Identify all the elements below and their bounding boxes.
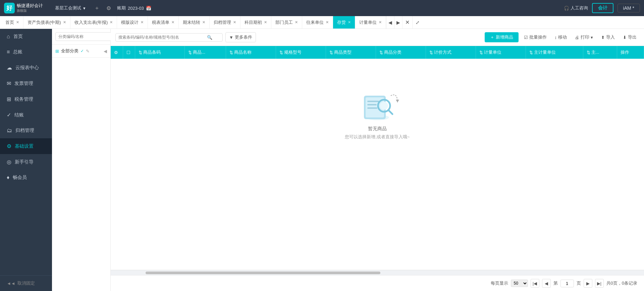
sidebar-item-invoice[interactable]: ✉ 发票管理 [0, 76, 52, 91]
move-btn[interactable]: ↕ 移动 [552, 33, 570, 42]
settings-icon[interactable]: ⚙ [104, 4, 113, 12]
collapse-left-panel-icon[interactable]: ◀ [104, 49, 107, 54]
sidebar-item-member-label: 畅会员 [13, 175, 27, 181]
first-page-btn[interactable]: |◀ [531, 279, 539, 288]
tab-inventory[interactable]: 存货 ✕ [333, 16, 355, 29]
th-name: ⇅商品名称 [226, 46, 276, 59]
ai-consult-btn[interactable]: 🎧 人工咨询 [564, 5, 588, 11]
tab-subject[interactable]: 科目期初 ✕ [240, 16, 271, 29]
tab-assets-close[interactable]: ✕ [63, 20, 66, 25]
last-page-btn[interactable]: ▶| [595, 279, 604, 288]
tab-income[interactable]: 收入支出表(年报) ✕ [70, 16, 117, 29]
tab-dept-close[interactable]: ✕ [295, 20, 298, 25]
tab-archive-close[interactable]: ✕ [233, 20, 236, 25]
tab-home[interactable]: 首页 ✕ [1, 16, 23, 29]
horizontal-scrollbar[interactable] [111, 270, 644, 275]
product-search-bar[interactable]: 🔍 [115, 33, 223, 42]
add-tab-btn[interactable]: ＋ [92, 4, 102, 12]
ai-consult-label: 人工咨询 [571, 5, 588, 11]
sidebar-item-settings[interactable]: ⚙ 基础设置 [0, 138, 52, 154]
sidebar-item-archive[interactable]: 🗂 归档管理 [0, 123, 52, 138]
th-category: ⇅商品分类 [376, 46, 426, 59]
sidebar-item-home[interactable]: ⌂ 首页 [0, 29, 52, 44]
import-btn[interactable]: ⬆ 导入 [598, 33, 618, 42]
th-barcode: ⇅商品条码 [135, 46, 185, 59]
iam-button[interactable]: iAM * [618, 4, 640, 12]
search-icon[interactable]: 🔍 [207, 35, 212, 40]
sidebar-item-checkout[interactable]: ✓ 结账 [0, 107, 52, 123]
tab-prev-btn[interactable]: ◀ [386, 16, 394, 29]
print-label: 打印 [581, 34, 589, 40]
sidebar-item-tax[interactable]: ⊞ 税务管理 [0, 91, 52, 107]
tab-period-close-label: 期末结转 [183, 19, 200, 26]
per-page-select[interactable]: 50 100 200 [511, 280, 528, 287]
filter-btn[interactable]: ▼ 更多条件 [225, 32, 256, 42]
product-table-container: ⚙ ☐ ⇅商品条码 ⇅商品... ⇅商品名称 ⇅规格型号 ⇅商品类型 ⇅商品分类… [111, 46, 644, 270]
sidebar-item-guide[interactable]: ◎ 新手引导 [0, 154, 52, 170]
tab-period-close[interactable]: 期末结转 ✕ [179, 16, 210, 29]
tab-next-btn[interactable]: ▶ [394, 16, 402, 29]
scroll-thumb[interactable] [146, 272, 380, 274]
headset-icon: 🎧 [564, 6, 569, 11]
period-label: 账期 [117, 5, 126, 11]
tab-tax-list-close[interactable]: ✕ [171, 20, 174, 25]
category-search-input[interactable] [55, 32, 112, 41]
page-number-input[interactable] [560, 280, 574, 287]
kuaiji-button[interactable]: 会计 [592, 3, 613, 13]
sidebar-item-reports[interactable]: ☁ 云报表中心 [0, 60, 52, 76]
member-icon: ♦ [7, 175, 9, 181]
tab-dept[interactable]: 部门员工 ✕ [271, 16, 302, 29]
tab-tax-list[interactable]: 税表清单 ✕ [148, 16, 179, 29]
tab-partner-label: 往来单位 [306, 19, 324, 26]
th-spec: ⇅规格型号 [276, 46, 326, 59]
top-bar-right: 🎧 人工咨询 会计 iAM * [564, 3, 640, 13]
guide-icon: ◎ [7, 159, 11, 165]
tab-close-all-btn[interactable]: ✕ [402, 16, 412, 29]
sidebar-item-archive-label: 归档管理 [15, 128, 34, 134]
project-selector[interactable]: 基层工会测试 ▾ [55, 5, 86, 11]
print-btn[interactable]: 🖨 打印 ▾ [572, 33, 596, 42]
svg-rect-3 [367, 101, 379, 102]
tab-assets-label: 资产负债表(中期) [28, 19, 61, 26]
export-btn[interactable]: ⬇ 导出 [620, 33, 639, 42]
import-label: 导入 [606, 34, 615, 40]
unpin-btn[interactable]: ◄◄ 取消固定 [0, 275, 52, 291]
logo-icon: 好 [4, 3, 15, 13]
sidebar-item-member[interactable]: ♦ 畅会员 [0, 170, 52, 185]
tab-expand-btn[interactable]: ⤢ [412, 16, 422, 29]
tab-subject-close[interactable]: ✕ [264, 20, 267, 25]
calendar-icon[interactable]: 📅 [146, 6, 151, 11]
th-checkbox[interactable]: ☐ [123, 46, 135, 59]
tab-template-label: 模版设计 [121, 19, 139, 26]
tab-template-close[interactable]: ✕ [141, 20, 144, 25]
category-check-icon: ✓ [80, 49, 84, 53]
page-label: 第 [553, 280, 558, 286]
tab-partner-close[interactable]: ✕ [326, 20, 329, 25]
tab-period-close-close[interactable]: ✕ [202, 20, 205, 25]
th-main-unit: ⇅主计量单位 [526, 46, 583, 59]
th-unit: ⇅计量单位 [476, 46, 526, 59]
tab-assets[interactable]: 资产负债表(中期) ✕ [23, 16, 70, 29]
category-edit-icon[interactable]: ✎ [86, 49, 90, 54]
tab-income-close[interactable]: ✕ [110, 20, 113, 25]
tab-inventory-close[interactable]: ✕ [348, 20, 351, 25]
tab-unit[interactable]: 计量单位 ✕ [355, 16, 386, 29]
tab-archive[interactable]: 归档管理 ✕ [210, 16, 240, 29]
th-settings[interactable]: ⚙ [111, 46, 123, 59]
tab-partner[interactable]: 往来单位 ✕ [302, 16, 333, 29]
tab-template[interactable]: 模版设计 ✕ [117, 16, 148, 29]
home-icon: ⌂ [7, 34, 10, 40]
next-page-btn[interactable]: ▶ [584, 279, 592, 288]
tab-home-close[interactable]: ✕ [16, 20, 19, 25]
new-product-btn[interactable]: ＋ 新增商品 [485, 32, 519, 42]
batch-op-btn[interactable]: ☑ 批量操作 [521, 33, 549, 42]
tab-dept-label: 部门员工 [275, 19, 293, 26]
tab-unit-close[interactable]: ✕ [379, 20, 382, 25]
product-search-input[interactable] [118, 35, 206, 40]
empty-illustration [354, 86, 401, 126]
prev-page-btn[interactable]: ◀ [542, 279, 551, 288]
page-suffix: 页 [577, 280, 581, 286]
sidebar-item-invoice-label: 发票管理 [14, 81, 33, 87]
sidebar-item-home-label: 首页 [13, 34, 23, 40]
sidebar-item-ledger[interactable]: ≡ 总账 [0, 44, 52, 60]
